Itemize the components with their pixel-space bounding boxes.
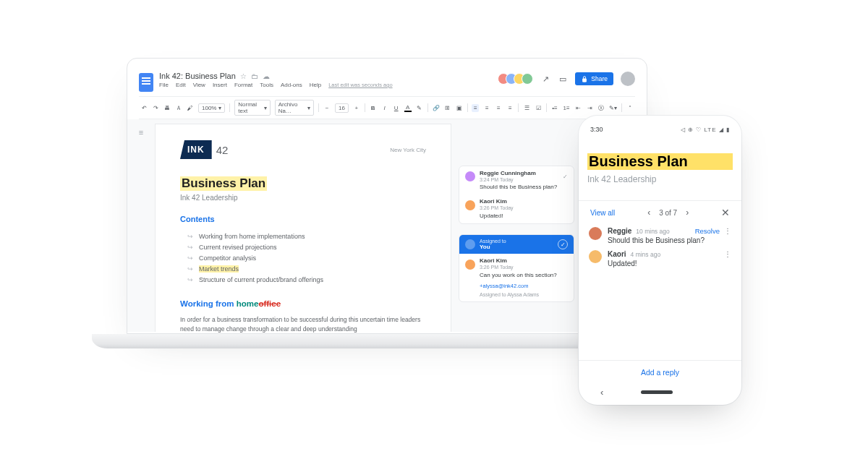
comment-threads: Reggie Cunningham 3:24 PM Today ✓ Should… — [459, 124, 574, 332]
bold-icon[interactable]: B — [370, 105, 377, 111]
toc-item[interactable]: Market trends — [187, 263, 426, 274]
chevron-left-icon[interactable]: ‹ — [647, 207, 650, 218]
undo-icon[interactable]: ↶ — [140, 105, 148, 111]
resolve-check-icon[interactable]: ✓ — [563, 174, 568, 180]
font-size-inc[interactable]: + — [353, 105, 360, 111]
bulleted-list-icon[interactable]: •≡ — [551, 105, 558, 111]
underline-icon[interactable]: U — [393, 105, 400, 111]
menu-help[interactable]: Help — [310, 82, 321, 88]
brand-num: 42 — [216, 144, 229, 156]
assigned-card[interactable]: Assigned to You ✓ Kaori Kim 3:26 PM Toda… — [459, 234, 574, 302]
style-select[interactable]: Normal text▾ — [234, 100, 270, 116]
comment-author: Kaori Kim — [480, 258, 514, 265]
comment-card[interactable]: Reggie Cunningham 3:24 PM Today ✓ Should… — [459, 166, 574, 224]
doc-subtitle: Ink 42 Leadership — [180, 194, 426, 202]
menu-insert[interactable]: Insert — [213, 82, 227, 88]
phone-h1: Business Plan — [587, 153, 733, 170]
home-pill[interactable] — [641, 390, 673, 394]
toolbar: ↶ ↷ 🖶 Ａ 🖌 100%▾ Normal text▾ Archivo Na…… — [139, 96, 635, 119]
image-icon[interactable]: ▣ — [456, 105, 463, 111]
account-avatar[interactable] — [621, 72, 635, 86]
menu-view[interactable]: View — [193, 82, 205, 88]
docs-logo-icon[interactable] — [139, 73, 153, 92]
checklist-icon[interactable]: ☑ — [535, 105, 542, 111]
history-icon[interactable]: ↗ — [540, 74, 550, 84]
numbered-list-icon[interactable]: 1≡ — [563, 105, 570, 111]
more-icon[interactable]: ⋮ — [724, 250, 731, 258]
menu-edit[interactable]: Edit — [176, 82, 186, 88]
align-right-icon[interactable]: ≡ — [495, 105, 502, 111]
phone-comment[interactable]: Reggie 10 mins ago Resolve ⋮ Should this… — [587, 224, 733, 247]
font-value: Archivo Na… — [278, 101, 305, 114]
highlight-icon[interactable]: ✎ — [416, 105, 423, 111]
last-edit-link[interactable]: Last edit was seconds ago — [328, 82, 392, 88]
more-icon[interactable]: ⋮ — [724, 227, 731, 235]
comment-author: Kaori — [608, 250, 626, 258]
avatar — [465, 239, 475, 249]
mention-email[interactable]: +alyssa@ink42.com — [459, 283, 574, 292]
comment-author: Reggie — [608, 227, 631, 235]
header-right: ↗ ▭ Share — [501, 72, 635, 86]
menu-tools[interactable]: Tools — [260, 82, 273, 88]
link-icon[interactable]: 🔗 — [433, 105, 440, 111]
menu-format[interactable]: Format — [234, 82, 252, 88]
phone-navbar: ‹ — [587, 384, 733, 398]
outdent-icon[interactable]: ⇤ — [574, 105, 582, 111]
expand-icon[interactable]: ˄ — [626, 105, 634, 111]
complete-check-icon[interactable]: ✓ — [558, 239, 568, 249]
align-justify-icon[interactable]: ≡ — [506, 105, 514, 111]
doc-title[interactable]: Ink 42: Business Plan — [159, 72, 236, 80]
style-value: Normal text — [238, 101, 261, 114]
share-button[interactable]: Share — [575, 72, 613, 85]
text-color-icon[interactable]: A — [404, 104, 412, 112]
outline-toggle-icon[interactable]: ≡ — [135, 124, 148, 332]
share-label: Share — [591, 75, 608, 82]
redo-icon[interactable]: ↷ — [152, 105, 159, 111]
clear-format-icon[interactable]: Ⓧ — [597, 104, 605, 112]
font-size[interactable]: 16 — [335, 103, 349, 113]
heading-insert: home — [237, 299, 259, 308]
toc-item[interactable]: Working from home implementations — [187, 231, 426, 241]
toc-item[interactable]: Current revised projections — [187, 241, 426, 252]
doc-h1: Business Plan — [180, 176, 267, 191]
close-icon[interactable]: ✕ — [721, 207, 730, 218]
resolve-button[interactable]: Resolve — [695, 227, 720, 235]
toc-item[interactable]: Competitor analysis — [187, 252, 426, 263]
add-reply-button[interactable]: Add a reply — [579, 360, 741, 384]
comment-icon[interactable]: ⊞ — [444, 105, 451, 111]
italic-icon[interactable]: I — [381, 105, 388, 111]
toc-item[interactable]: Structure of current product/brand offer… — [187, 274, 426, 285]
spellcheck-icon[interactable]: Ａ — [175, 104, 182, 112]
document-page[interactable]: INK 42 New York City Business Plan Ink 4… — [155, 124, 451, 332]
font-select[interactable]: Archivo Na…▾ — [275, 100, 314, 116]
star-icon[interactable]: ☆ — [240, 72, 247, 80]
phone-comment[interactable]: Kaori 4 mins ago ⋮ Updated! — [587, 247, 733, 270]
menu-addons[interactable]: Add-ons — [281, 82, 302, 88]
print-icon[interactable]: 🖶 — [163, 105, 171, 111]
comment-time: 3:26 PM Today — [480, 205, 514, 211]
chevron-right-icon[interactable]: › — [686, 207, 689, 218]
comments-icon[interactable]: ▭ — [558, 74, 568, 84]
editing-mode-icon[interactable]: ✎▾ — [609, 105, 617, 111]
align-left-icon[interactable]: ≡ — [472, 104, 479, 112]
comment-author: Reggie Cunningham — [480, 171, 536, 177]
presence-stack[interactable] — [501, 73, 533, 85]
font-size-dec[interactable]: − — [323, 105, 331, 111]
move-icon[interactable]: 🗀 — [251, 72, 258, 80]
separator — [318, 103, 319, 112]
contents-heading: Contents — [180, 215, 426, 223]
back-icon[interactable]: ‹ — [600, 387, 603, 398]
comment-text: Can you work on this section? — [459, 272, 574, 283]
cloud-icon[interactable]: ☁ — [263, 72, 270, 80]
paint-format-icon[interactable]: 🖌 — [187, 105, 194, 111]
presence-avatar[interactable] — [522, 73, 533, 85]
align-center-icon[interactable]: ≡ — [483, 105, 490, 111]
indent-icon[interactable]: ⇥ — [586, 105, 593, 111]
view-all-link[interactable]: View all — [590, 209, 615, 217]
comments-bar: View all ‹ 3 of 7 › ✕ — [587, 201, 733, 224]
separator — [518, 103, 519, 112]
zoom-select[interactable]: 100%▾ — [198, 103, 225, 113]
line-spacing-icon[interactable]: ☰ — [523, 105, 530, 111]
docs-header: Ink 42: Business Plan ☆ 🗀 ☁ File Edit Vi… — [139, 70, 635, 93]
menu-file[interactable]: File — [159, 82, 169, 88]
